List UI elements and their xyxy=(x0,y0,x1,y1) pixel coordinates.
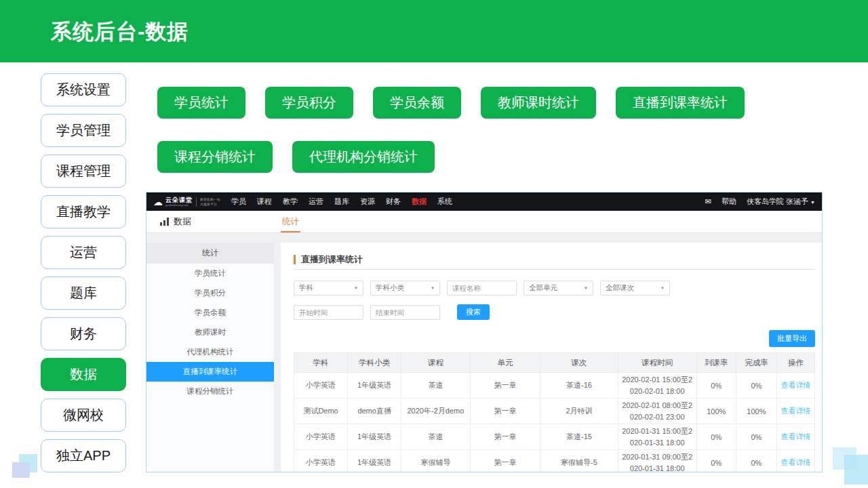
mail-icon[interactable]: ✉ xyxy=(705,197,711,206)
quick-link-button[interactable]: 代理机构分销统计 xyxy=(292,141,435,173)
start-time-input[interactable] xyxy=(294,305,363,320)
sidenav-items: 学员统计 学员积分 学员余额 教师课时 xyxy=(146,264,274,401)
sidebar-item-label: 微网校 xyxy=(63,406,104,424)
panel-title-row: 直播到课率统计 xyxy=(294,249,815,270)
quick-link-button[interactable]: 课程分销统计 xyxy=(157,141,273,173)
sidebar-item[interactable]: 学员管理 xyxy=(41,114,126,147)
sidenav-item-label: 学员统计 xyxy=(195,268,226,279)
sidebar-item-label: 系统设置 xyxy=(56,81,111,99)
chevron-down-icon: ▼ xyxy=(660,286,665,290)
admin-top-nav-item[interactable]: 资源 xyxy=(360,197,375,207)
cell-unit: 第一章 xyxy=(470,399,540,424)
chevron-down-icon: ▼ xyxy=(810,200,815,205)
sidebar-item[interactable]: 数据 xyxy=(41,358,126,391)
sidebar-item-label: 学员管理 xyxy=(56,121,111,140)
admin-top-nav-item[interactable]: 教学 xyxy=(283,197,298,207)
quick-link-button[interactable]: 直播到课率统计 xyxy=(616,87,745,119)
cell-unit: 第一章 xyxy=(470,450,540,472)
cell-course: 茶道 xyxy=(401,373,470,399)
sidenav-item[interactable]: 学员余额 xyxy=(146,303,274,323)
sidenav-item[interactable]: 学员统计 xyxy=(146,264,274,283)
cell-unit: 第一章 xyxy=(470,373,540,399)
table-header-cell: 课程时间 xyxy=(618,353,696,373)
account-name: 侠客岛学院 张涵予 xyxy=(747,197,808,205)
quick-link-button[interactable]: 教师课时统计 xyxy=(481,87,596,119)
sidenav-item[interactable]: 学员积分 xyxy=(146,283,274,303)
sidebar-item[interactable]: 运营 xyxy=(41,236,126,269)
chevron-down-icon: ▼ xyxy=(431,286,435,290)
cell-completion-rate: 0% xyxy=(736,373,776,399)
subject-select[interactable]: 学科 ▼ xyxy=(294,281,363,296)
cell-lesson: 2月特训 xyxy=(540,399,618,424)
account-menu[interactable]: 侠客岛学院 张涵予 ▼ xyxy=(747,197,815,207)
course-name-input[interactable] xyxy=(447,281,517,296)
page: 系统后台-数据 系统设置 学员管理 课程管理 直播教学 运营 题 xyxy=(0,0,868,488)
sidebar-item[interactable]: 微网校 xyxy=(41,399,126,432)
sidenav-item[interactable]: 教师课时 xyxy=(146,323,274,342)
lesson-select[interactable]: 全部课次 ▼ xyxy=(600,281,670,296)
logo-tagline: 教育机构一站 式服务平台 xyxy=(200,197,220,206)
cell-lesson: 寒假辅导-5 xyxy=(540,450,618,472)
cell-course: 寒假辅导 xyxy=(401,450,470,472)
batch-export-button[interactable]: 批量导出 xyxy=(769,330,815,347)
sidebar-item[interactable]: 财务 xyxy=(41,317,126,350)
admin-top-nav-item[interactable]: 课程 xyxy=(257,197,272,207)
cell-course-time: 2020-01-31 15:00至2020-01-31 18:00 xyxy=(618,424,696,450)
tab-statistics[interactable]: 统计 xyxy=(278,211,303,232)
admin-top-nav-item[interactable]: 数据 xyxy=(412,197,427,207)
cell-subject-sub: demo直播 xyxy=(348,399,401,424)
chevron-down-icon: ▼ xyxy=(354,286,358,290)
table-body: 小学英语 1年级英语 茶道 第一章 茶道-16 2020-02-01 15:00… xyxy=(294,373,815,472)
admin-breadcrumb-bar: 数据 统计 xyxy=(146,211,822,233)
sidebar-item[interactable]: 课程管理 xyxy=(41,155,126,188)
cell-lesson: 茶道-16 xyxy=(540,373,618,399)
admin-top-nav-item[interactable]: 财务 xyxy=(386,197,401,207)
sidebar-item[interactable]: 题库 xyxy=(41,277,126,310)
sidebar-item-label: 运营 xyxy=(70,243,97,262)
filter-area: 学科 ▼ 学科小类 ▼ 全部单元 ▼ 全部课次 xyxy=(294,281,815,320)
admin-body: 统计 学员统计 学员积分 学员余额 xyxy=(146,233,822,472)
quick-link-button[interactable]: 学员余额 xyxy=(373,87,461,119)
admin-top-nav-item[interactable]: 学员 xyxy=(231,197,246,207)
view-details-link[interactable]: 查看详情 xyxy=(781,381,810,389)
page-title: 系统后台-数据 xyxy=(51,18,189,46)
cell-lesson: 茶道-15 xyxy=(540,424,618,450)
sidebar-item[interactable]: 系统设置 xyxy=(41,73,126,106)
admin-top-nav-item[interactable]: 题库 xyxy=(334,197,349,207)
logo-divider xyxy=(196,197,197,207)
help-link[interactable]: 帮助 xyxy=(722,197,736,207)
view-details-link[interactable]: 查看详情 xyxy=(781,458,810,466)
quick-link-button[interactable]: 学员统计 xyxy=(157,87,245,119)
table-header-cell: 学科 xyxy=(294,353,348,373)
sidebar-item[interactable]: 直播教学 xyxy=(41,195,126,228)
admin-screenshot: ☁ 云朵课堂 yunduoketang.com 教育机构一站 式服务平台 学员 … xyxy=(146,192,823,472)
view-details-link[interactable]: 查看详情 xyxy=(781,432,810,441)
cell-subject: 小学英语 xyxy=(294,424,348,450)
sidenav-header: 统计 xyxy=(146,243,274,264)
quick-links-row-2: 课程分销统计 代理机构分销统计 xyxy=(157,141,435,173)
sidenav-item-label: 课程分销统计 xyxy=(187,386,234,396)
sidenav-item[interactable]: 代理机构统计 xyxy=(146,342,274,362)
sidenav-item[interactable]: 直播到课率统计 xyxy=(146,362,274,382)
search-button[interactable]: 搜索 xyxy=(457,304,490,320)
sidebar-item[interactable]: 独立APP xyxy=(41,439,126,472)
cell-completion-rate: 100% xyxy=(736,399,776,424)
admin-top-nav-item[interactable]: 系统 xyxy=(437,197,452,207)
chevron-down-icon: ▼ xyxy=(584,286,588,290)
table-header-cell: 学科小类 xyxy=(348,353,401,373)
quick-link-label: 学员积分 xyxy=(282,94,336,112)
quick-link-button[interactable]: 学员积分 xyxy=(265,87,353,119)
unit-select[interactable]: 全部单元 ▼ xyxy=(524,281,593,296)
admin-top-nav-item[interactable]: 运营 xyxy=(309,197,323,207)
cell-unit: 第一章 xyxy=(470,424,540,450)
decorative-square xyxy=(844,455,868,485)
quick-links-row-1: 学员统计 学员积分 学员余额 教师课时统计 直播到课率统计 xyxy=(157,87,745,119)
subject-subcategory-select[interactable]: 学科小类 ▼ xyxy=(370,281,440,296)
cell-subject-sub: 1年级英语 xyxy=(348,373,401,399)
cell-completion-rate: 0% xyxy=(736,450,776,472)
sidenav-item-label: 学员积分 xyxy=(195,288,226,298)
view-details-link[interactable]: 查看详情 xyxy=(781,407,810,415)
admin-sidenav: 统计 学员统计 学员积分 学员余额 xyxy=(146,243,274,472)
end-time-input[interactable] xyxy=(370,305,440,320)
sidenav-item[interactable]: 课程分销统计 xyxy=(146,382,274,401)
